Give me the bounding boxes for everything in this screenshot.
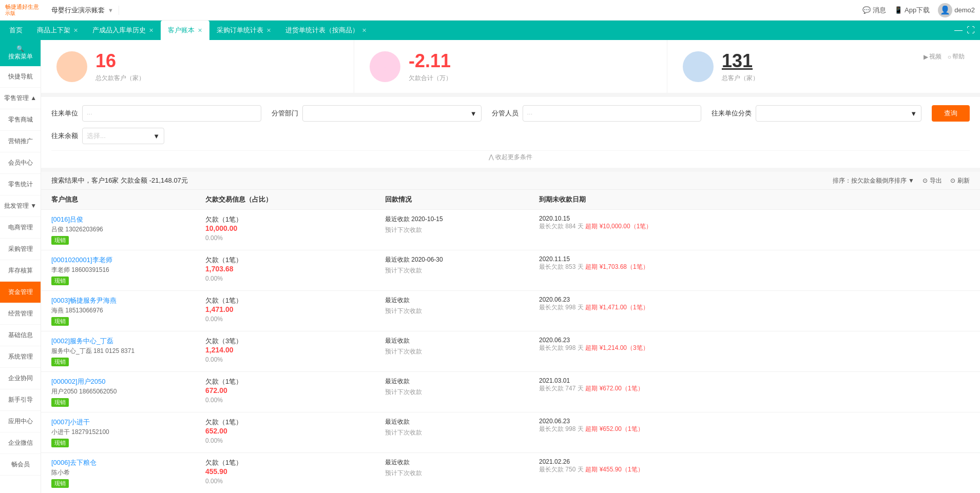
overdue-link[interactable]: 超期 ¥1,471.00（1笔） [585, 304, 648, 311]
message-btn[interactable]: 💬 消息 [862, 6, 886, 15]
help-link[interactable]: ○ 帮助 [948, 52, 965, 61]
customer-name-link[interactable]: [0007]小进干 [51, 418, 205, 427]
overdue-link[interactable]: 超期 ¥1,703.68（1笔） [585, 263, 648, 270]
sort-label[interactable]: 排序：按欠款金额倒序排序 ▼ [833, 176, 914, 185]
sidebar-item-vip-member[interactable]: 畅会员 [0, 454, 41, 476]
overdue-cell: 2021.02.26 最长欠款 750 天 超期 ¥455.90（1笔） [539, 458, 970, 474]
tab-incoming-stats[interactable]: 进货单统计表（按商品） ✕ [278, 21, 374, 40]
sidebar-item-retail-mall[interactable]: 零售商城 [0, 109, 41, 131]
sidebar-item-new-guide[interactable]: 新手引导 [0, 389, 41, 411]
debt-customers-icon: ¥ [56, 51, 87, 82]
sidebar-item-retail-mgmt[interactable]: 零售管理 ▲ [0, 88, 41, 109]
tab-close-icon[interactable]: ✕ [266, 27, 271, 34]
filter-source-unit: 往来单位 ··· [51, 105, 261, 122]
sidebar-item-ecommerce[interactable]: 电商管理 [0, 217, 41, 239]
user-avatar[interactable]: 👤 demo2 [938, 3, 975, 17]
sidebar-item-marketing[interactable]: 营销推广 [0, 131, 41, 152]
refresh-btn[interactable]: ⊙ 刷新 [950, 176, 970, 185]
data-table: 客户信息 欠款交易信息（占比） 回款情况 到期未收款日期 [0016]吕俊 吕俊… [41, 190, 980, 493]
debt-customers-num: 16 [95, 50, 145, 72]
tab-customer-account[interactable]: 客户账本 ✕ [161, 21, 209, 40]
table-row: [0002]服务中心_丁磊 服务中心_丁磊 181 0125 8371 现销 欠… [41, 331, 980, 372]
video-icon: ▶ [924, 53, 928, 61]
customer-tag: 现销 [51, 277, 69, 285]
search-icon: 🔍 [2, 45, 39, 52]
sidebar-item-app-center[interactable]: 应用中心 [0, 411, 41, 432]
sidebar-item-member[interactable]: 会员中心 [0, 152, 41, 174]
customer-sub: 服务中心_丁磊 181 0125 8371 [51, 347, 205, 356]
export-btn[interactable]: ⊙ 导出 [923, 176, 942, 185]
customer-name-link[interactable]: [0001020001]李老师 [51, 255, 205, 265]
filter-area: 往来单位 ··· 分管部门 ▼ 分管人员 ··· [41, 97, 980, 168]
tab-products-shelf[interactable]: 商品上下架 ✕ [30, 21, 85, 40]
collapse-button[interactable]: ⋀ 收起更多条件 [51, 150, 970, 164]
tab-close-icon[interactable]: ✕ [73, 27, 78, 34]
sidebar-item-finance[interactable]: 资金管理 [0, 282, 41, 303]
sidebar-search[interactable]: 🔍 搜索菜单 [0, 40, 41, 66]
sidebar-item-enterprise-wechat[interactable]: 企业微信 [0, 432, 41, 454]
person-input[interactable]: ··· [523, 105, 702, 122]
refresh-icon: ⊙ [950, 177, 955, 184]
customer-tag: 现销 [51, 479, 69, 488]
app-download-btn[interactable]: 📱 App下载 [894, 6, 930, 15]
video-link[interactable]: ▶ 视频 [924, 52, 941, 61]
customer-info-cell: [0003]畅捷服务尹海燕 海燕 18513066976 现销 [51, 296, 205, 326]
overdue-link[interactable]: 超期 ¥672.00（1笔） [585, 385, 643, 392]
dept-select[interactable]: ▼ [302, 105, 482, 122]
tab-product-history[interactable]: 产成品入库单历史 ✕ [85, 21, 161, 40]
filter-balance: 往来余额 选择... ▼ [51, 128, 970, 144]
customer-name-link[interactable]: [0016]吕俊 [51, 215, 205, 224]
customer-name-link[interactable]: [0006]去下粮仓 [51, 458, 205, 467]
minimize-icon[interactable]: — [954, 26, 963, 35]
sidebar-item-inventory[interactable]: 库存核算 [0, 260, 41, 282]
search-button[interactable]: 查询 [932, 105, 970, 122]
table-row: [0001020001]李老师 李老师 18600391516 现销 欠款（1笔… [41, 250, 980, 291]
sidebar-quick-nav[interactable]: 快捷导航 [0, 66, 41, 88]
sidebar-item-system[interactable]: 系统管理 [0, 346, 41, 368]
th-customer-info: 客户信息 [51, 195, 205, 204]
table-header: 客户信息 欠款交易信息（占比） 回款情况 到期未收款日期 [41, 190, 980, 210]
tab-purchase-stats[interactable]: 采购订单统计表 ✕ [209, 21, 278, 40]
tab-close-icon[interactable]: ✕ [198, 27, 202, 34]
unit-category-select[interactable]: ▼ [756, 105, 921, 122]
results-bar: 搜索结果中，客户16家 欠款金额 -21,148.07元 排序：按欠款金额倒序排… [41, 172, 980, 190]
results-actions: 排序：按欠款金额倒序排序 ▼ ⊙ 导出 ⊙ 刷新 [833, 176, 970, 185]
tab-home[interactable]: 首页 [2, 21, 30, 40]
sidebar-item-purchase[interactable]: 采购管理 [0, 239, 41, 260]
logo-area: 畅捷通好生意 示版 [5, 4, 46, 16]
customer-name-link[interactable]: [0002]服务中心_丁磊 [51, 337, 205, 346]
sidebar-item-enterprise-collab[interactable]: 企业协同 [0, 368, 41, 389]
debt-info-cell: 欠款（1笔） 672.00 0.00% [205, 377, 385, 404]
svg-text:!: ! [384, 65, 386, 72]
tab-close-icon[interactable]: ✕ [149, 27, 153, 34]
svg-rect-6 [699, 62, 703, 74]
customer-sub: 陈小希 [51, 468, 205, 477]
overdue-cell: 2020.06.23 最长欠款 998 天 超期 ¥652.00（1笔） [539, 418, 970, 433]
debt-info-cell: 欠款（1笔） 10,000.00 0.00% [205, 215, 385, 242]
sidebar-item-wholesale[interactable]: 批发管理 ▼ [0, 195, 41, 217]
store-selector[interactable]: 母婴行业演示账套 ▼ [46, 6, 119, 15]
balance-select[interactable]: 选择... ▼ [82, 128, 164, 144]
customer-tag: 现销 [51, 398, 69, 407]
filter-row-1: 往来单位 ··· 分管部门 ▼ 分管人员 ··· [51, 105, 970, 122]
customer-name-link[interactable]: [000002]用户2050 [51, 377, 205, 386]
debt-info-cell: 欠款（1笔） 1,471.00 0.00% [205, 296, 385, 323]
tab-close-icon[interactable]: ✕ [362, 27, 367, 34]
chevron-down-icon: ▼ [910, 110, 917, 117]
source-unit-input[interactable]: ··· [82, 105, 261, 122]
th-recovery: 回款情况 [385, 195, 539, 204]
maximize-icon[interactable]: ⛶ [967, 26, 975, 35]
top-right: 💬 消息 📱 App下载 👤 demo2 [862, 3, 975, 17]
sidebar-item-basic-info[interactable]: 基础信息 [0, 325, 41, 346]
customer-name-link[interactable]: [0003]畅捷服务尹海燕 [51, 296, 205, 305]
overdue-link[interactable]: 超期 ¥455.90（1笔） [585, 466, 643, 473]
debt-amount-icon: ! [370, 51, 400, 82]
overdue-link[interactable]: 超期 ¥1,214.00（3笔） [585, 344, 648, 351]
overdue-link[interactable]: 超期 ¥652.00（1笔） [585, 425, 643, 432]
overdue-link[interactable]: 超期 ¥10,000.00（1笔） [585, 223, 652, 230]
recovery-cell: 最近收款 2020-06-30 预计下次收款 [385, 255, 539, 275]
debt-customers-label: 总欠款客户（家） [95, 74, 145, 83]
sidebar-item-operations[interactable]: 经营管理 [0, 303, 41, 325]
filter-dept: 分管部门 ▼ [272, 105, 482, 122]
sidebar-item-retail-stats[interactable]: 零售统计 [0, 174, 41, 195]
